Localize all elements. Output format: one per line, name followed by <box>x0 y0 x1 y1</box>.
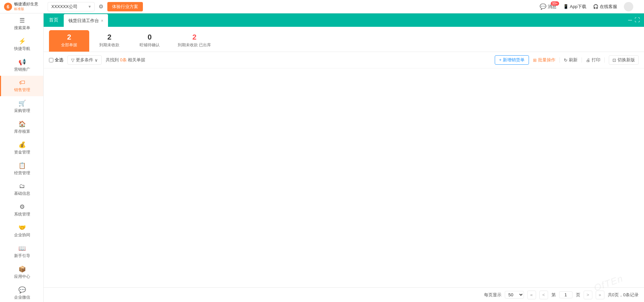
operations-icon: 📋 <box>18 162 26 169</box>
batch-operation-button[interactable]: ⊞ 批量操作 <box>533 57 555 63</box>
sidebar-label-search: 搜索菜单 <box>14 25 30 31</box>
sidebar-item-quicknav[interactable]: ⚡ 快捷导航 <box>0 34 43 55</box>
filter-label: 更多条件 <box>76 57 93 63</box>
top-header: 6 畅捷通好生意 标准版 XXXXXX公司 ▾ ⚙ 体验行业方案 💬 消息 99… <box>0 0 644 13</box>
stat-num-overdue: 2 <box>107 33 111 42</box>
company-selector[interactable]: XXXXXX公司 ▾ <box>48 2 95 11</box>
filter-icon: ▽ <box>71 58 74 63</box>
sales-icon: 🏷 <box>19 79 25 86</box>
sidebar-label-wechat: 企业微信 <box>14 295 30 300</box>
sidebar-label-system: 系统管理 <box>14 212 30 217</box>
stat-tab-all[interactable]: 2 全部单据 <box>49 30 89 52</box>
content-area: 首页 钱货日清工作台 × ─ ⛶ 2 全部单据 2 到期 <box>44 13 644 302</box>
page-content: 2 全部单据 2 到期未收款 0 旺铺待确认 2 到期未收款 已出库 <box>44 27 644 302</box>
refresh-button[interactable]: ↻ 刷新 <box>564 57 578 63</box>
print-button[interactable]: 🖨 打印 <box>586 57 600 63</box>
sidebar-item-purchase[interactable]: 🛒 采购管理 <box>0 96 43 117</box>
settings-icon[interactable]: ⚙ <box>99 3 103 10</box>
sidebar-item-collab[interactable]: 🤝 企业协同 <box>0 221 43 241</box>
window-maximize-icon[interactable]: ⛶ <box>635 17 640 23</box>
app-download-button[interactable]: 📱 App下载 <box>563 4 586 10</box>
filter-button[interactable]: ▽ 更多条件 ∨ <box>67 55 102 65</box>
page-suffix: 页 <box>576 292 580 298</box>
prev-page-button[interactable]: < <box>539 291 548 299</box>
new-sales-order-button[interactable]: + 新增销货单 <box>495 55 529 65</box>
company-name: XXXXXX公司 <box>51 4 86 10</box>
search-menu-icon: ☰ <box>19 17 25 24</box>
sidebar-item-wechat[interactable]: 💬 企业微信 <box>0 283 43 302</box>
online-service-button[interactable]: 🎧 在线客服 <box>593 4 617 10</box>
sidebar-item-sales[interactable]: 🏷 销售管理 <box>0 76 43 96</box>
sidebar-label-appcenter: 应用中心 <box>14 274 30 280</box>
logo-icon: 6 <box>4 3 12 11</box>
stat-tab-shipped[interactable]: 2 到期未收款 已出库 <box>170 30 219 52</box>
stat-label-shipped: 到期未收款 已出库 <box>178 42 211 48</box>
basics-icon: 🗂 <box>19 183 25 190</box>
per-page-label: 每页显示 <box>484 292 501 298</box>
tab-active[interactable]: 钱货日清工作台 × <box>64 14 108 27</box>
tab-home[interactable]: 首页 <box>44 13 64 27</box>
service-label: 在线客服 <box>600 4 617 10</box>
sidebar-item-marketing[interactable]: 📢 营销推广 <box>0 55 43 76</box>
table-area <box>44 68 644 287</box>
per-page-select[interactable]: 50 100 200 <box>505 291 524 299</box>
stat-label-all: 全部单据 <box>61 42 77 48</box>
headset-icon: 🎧 <box>593 4 598 9</box>
sidebar-item-basics[interactable]: 🗂 基础信息 <box>0 179 43 200</box>
system-icon: ⚙ <box>19 203 25 210</box>
sidebar-item-search[interactable]: ☰ 搜索菜单 <box>0 13 43 34</box>
message-button[interactable]: 💬 消息 99+ <box>540 3 556 10</box>
switch-icon: ⊡ <box>612 58 616 63</box>
select-all-input[interactable] <box>49 58 53 62</box>
sidebar-label-sales: 销售管理 <box>14 87 30 93</box>
finance-icon: 💰 <box>18 141 26 148</box>
found-text: 共找到 0条 相关单据 <box>106 57 145 63</box>
sidebar-item-inventory[interactable]: 🏠 库存核算 <box>0 117 43 138</box>
refresh-label: 刷新 <box>569 57 578 63</box>
header-right: 💬 消息 99+ 📱 App下载 🎧 在线客服 <box>540 2 640 11</box>
marketing-icon: 📢 <box>18 58 26 66</box>
guide-icon: 📖 <box>18 245 26 252</box>
sidebar-item-finance[interactable]: 💰 资金管理 <box>0 138 43 159</box>
stat-tab-pending[interactable]: 0 旺铺待确认 <box>129 30 170 52</box>
sidebar-item-system[interactable]: ⚙ 系统管理 <box>0 200 43 221</box>
sidebar-item-guide[interactable]: 📖 新手引导 <box>0 241 43 262</box>
divider2 <box>582 57 582 63</box>
tab-bar: 首页 钱货日清工作台 × ─ ⛶ <box>44 13 644 27</box>
download-label: App下载 <box>570 4 586 10</box>
page-input[interactable] <box>559 291 573 298</box>
total-label: 共0页，0条记录 <box>608 292 639 298</box>
found-prefix: 共找到 <box>106 57 119 62</box>
stats-bar: 2 全部单据 2 到期未收款 0 旺铺待确认 2 到期未收款 已出库 <box>44 27 644 52</box>
logo-line2: 标准版 <box>14 7 38 11</box>
user-avatar[interactable] <box>624 2 633 11</box>
stat-num-all: 2 <box>67 33 71 42</box>
tab-window-buttons: ─ ⛶ <box>624 17 644 23</box>
tab-active-label: 钱货日清工作台 <box>68 18 99 24</box>
wechat-icon: 💬 <box>18 286 26 294</box>
sidebar-label-inventory: 库存核算 <box>14 129 30 134</box>
sidebar-item-appcenter[interactable]: 📦 应用中心 <box>0 262 43 283</box>
sidebar-label-guide: 新手引导 <box>14 253 30 259</box>
first-page-button[interactable]: « <box>527 291 536 299</box>
sidebar-item-operations[interactable]: 📋 经营管理 <box>0 159 43 179</box>
tab-close-icon[interactable]: × <box>101 18 103 23</box>
last-page-button[interactable]: » <box>596 291 604 299</box>
switch-version-button[interactable]: ⊡ 切换新版 <box>609 55 639 65</box>
trial-button[interactable]: 体验行业方案 <box>107 2 143 11</box>
switch-label: 切换新版 <box>618 57 635 63</box>
sidebar: ☰ 搜索菜单 ⚡ 快捷导航 📢 营销推广 🏷 销售管理 🛒 采购管理 🏠 库存核… <box>0 13 44 302</box>
filter-arrow-icon: ∨ <box>95 58 98 63</box>
tab-home-label: 首页 <box>49 17 58 23</box>
select-all-label: 全选 <box>55 57 63 63</box>
sidebar-label-operations: 经营管理 <box>14 170 30 176</box>
sidebar-label-basics: 基础信息 <box>14 191 30 196</box>
window-minimize-icon[interactable]: ─ <box>628 17 632 23</box>
divider <box>559 57 560 63</box>
stat-num-shipped: 2 <box>193 33 197 42</box>
select-all-checkbox[interactable]: 全选 <box>49 57 63 63</box>
next-page-button[interactable]: > <box>584 291 592 299</box>
stat-tab-overdue[interactable]: 2 到期未收款 <box>89 30 129 52</box>
download-icon: 📱 <box>563 4 569 9</box>
quicknav-icon: ⚡ <box>18 38 26 45</box>
